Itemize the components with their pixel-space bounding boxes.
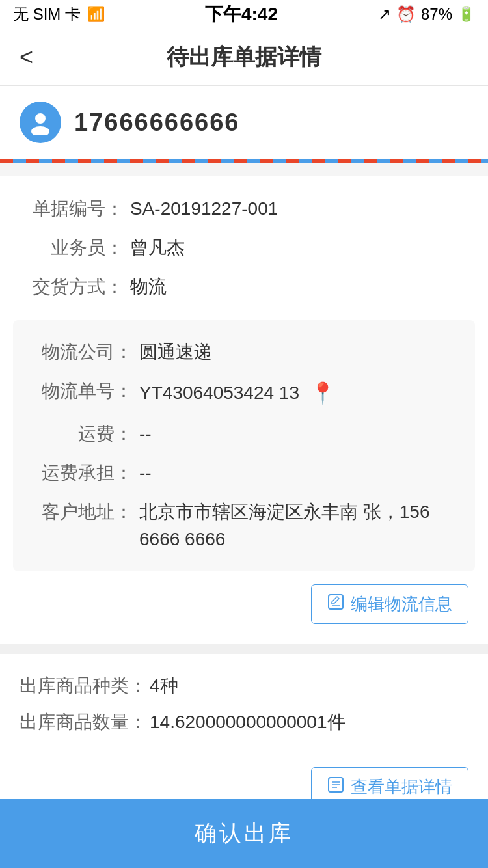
freight-value: -- bbox=[139, 420, 459, 448]
detail-icon bbox=[327, 776, 344, 798]
view-detail-label: 查看单据详情 bbox=[351, 776, 452, 798]
edit-icon bbox=[327, 593, 344, 615]
user-phone: 17666666666 bbox=[74, 109, 239, 137]
status-bar: 无 SIM 卡 📶 下午4:42 ↗ ⏰ 87% 🔋 bbox=[0, 0, 488, 29]
document-number-label: 单据编号： bbox=[20, 195, 124, 223]
stock-section: 出库商品种类： 4种 出库商品数量： 14.620000000000001件 bbox=[0, 654, 488, 754]
address-value: 北京市市辖区海淀区永丰南 张，156 6666 6666 bbox=[139, 498, 459, 553]
logistics-tracking-label: 物流单号： bbox=[29, 377, 133, 405]
stock-quantity-value: 14.620000000000001件 bbox=[150, 710, 346, 735]
section-divider bbox=[0, 644, 488, 654]
alarm-icon: ⏰ bbox=[396, 5, 416, 23]
logistics-company-row: 物流公司： 圆通速递 bbox=[29, 338, 459, 366]
freight-row: 运费： -- bbox=[29, 420, 459, 448]
edit-logistics-label: 编辑物流信息 bbox=[351, 593, 452, 616]
freight-label: 运费： bbox=[29, 420, 133, 448]
status-left: 无 SIM 卡 📶 bbox=[13, 4, 105, 25]
carrier-text: 无 SIM 卡 bbox=[13, 4, 81, 25]
svg-point-1 bbox=[31, 126, 49, 135]
logistics-company-label: 物流公司： bbox=[29, 338, 133, 366]
delivery-value: 物流 bbox=[130, 273, 468, 301]
address-label: 客户地址： bbox=[29, 498, 133, 526]
svg-point-0 bbox=[35, 113, 46, 124]
avatar-icon bbox=[27, 109, 53, 135]
salesman-value: 曾凡杰 bbox=[130, 234, 468, 262]
freight-pay-row: 运费承担： -- bbox=[29, 459, 459, 487]
logistics-tracking-row: 物流单号： YT43064053424 13 📍 bbox=[29, 377, 459, 409]
document-number-value: SA-20191227-001 bbox=[130, 195, 468, 223]
salesman-row: 业务员： 曾凡杰 bbox=[20, 234, 468, 262]
wifi-icon: 📶 bbox=[87, 6, 105, 23]
confirm-outbound-button[interactable]: 确认出库 bbox=[195, 819, 293, 848]
stock-quantity-label: 出库商品数量： bbox=[20, 710, 150, 735]
logistics-company-value: 圆通速递 bbox=[139, 338, 459, 366]
battery-text: 87% bbox=[421, 5, 452, 23]
stock-type-label: 出库商品种类： bbox=[20, 673, 150, 698]
document-info-section: 单据编号： SA-20191227-001 业务员： 曾凡杰 交货方式： 物流 bbox=[0, 176, 488, 320]
back-button[interactable]: < bbox=[20, 44, 33, 71]
freight-pay-label: 运费承担： bbox=[29, 459, 133, 487]
nav-bar: < 待出库单据详情 bbox=[0, 29, 488, 86]
address-row: 客户地址： 北京市市辖区海淀区永丰南 张，156 6666 6666 bbox=[29, 498, 459, 553]
status-right: ↗ ⏰ 87% 🔋 bbox=[378, 5, 475, 23]
dashed-divider bbox=[0, 159, 488, 163]
freight-pay-value: -- bbox=[139, 459, 459, 487]
logistics-card: 物流公司： 圆通速递 物流单号： YT43064053424 13 📍 运费： … bbox=[13, 320, 475, 571]
logistics-tracking-value: YT43064053424 13 📍 bbox=[139, 377, 459, 409]
stock-type-value: 4种 bbox=[150, 673, 178, 698]
page-title: 待出库单据详情 bbox=[167, 42, 321, 72]
stock-quantity-row: 出库商品数量： 14.620000000000001件 bbox=[20, 710, 468, 735]
location-icon: ↗ bbox=[378, 5, 391, 23]
confirm-btn-container: 确认出库 bbox=[0, 799, 488, 868]
delivery-label: 交货方式： bbox=[20, 273, 124, 301]
battery-icon: 🔋 bbox=[457, 6, 475, 23]
salesman-label: 业务员： bbox=[20, 234, 124, 262]
edit-logistics-button[interactable]: 编辑物流信息 bbox=[311, 584, 468, 624]
document-number-row: 单据编号： SA-20191227-001 bbox=[20, 195, 468, 223]
tracking-location-icon[interactable]: 📍 bbox=[310, 377, 336, 409]
edit-btn-row: 编辑物流信息 bbox=[0, 571, 488, 644]
user-header: 17666666666 bbox=[0, 86, 488, 159]
status-time: 下午4:42 bbox=[205, 2, 278, 27]
delivery-row: 交货方式： 物流 bbox=[20, 273, 468, 301]
avatar bbox=[20, 102, 61, 143]
stock-type-row: 出库商品种类： 4种 bbox=[20, 673, 468, 698]
